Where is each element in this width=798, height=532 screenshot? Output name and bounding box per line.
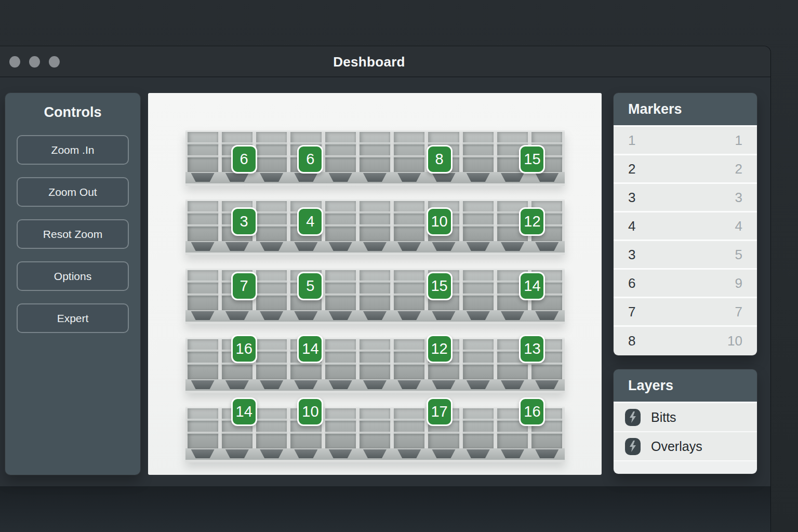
bin-icon [360, 310, 390, 322]
shelf-bin-strip [185, 241, 565, 252]
controls-button-resot-zoom[interactable]: Resot Zoom [17, 219, 129, 249]
bin-icon [497, 448, 528, 460]
marker-right-value: 7 [735, 304, 742, 320]
slot-badge[interactable]: 7 [231, 272, 257, 300]
bin-icon [531, 241, 562, 252]
shelf-slot [394, 339, 424, 379]
shelf-base [185, 322, 565, 324]
slot-badge[interactable]: 16 [519, 397, 545, 426]
shelf-row: 14101716 [185, 407, 565, 462]
bin-icon [531, 172, 562, 183]
bin-icon [497, 310, 528, 322]
marker-row[interactable]: 33 [614, 184, 757, 212]
bolt-icon [629, 441, 637, 452]
marker-right-value: 1 [735, 132, 742, 149]
slot-badge[interactable]: 10 [297, 397, 323, 426]
slot-badge[interactable]: 3 [231, 207, 257, 236]
shelf-slot [394, 408, 424, 448]
bin-icon [394, 241, 424, 252]
slot-badge[interactable]: 5 [297, 272, 323, 300]
layers-panel: Layers BittsOverlays [614, 369, 757, 474]
shelf-slot [463, 270, 494, 310]
shelf-slot [325, 339, 356, 379]
bin-icon [256, 448, 287, 460]
marker-row[interactable]: 35 [614, 241, 757, 270]
controls-button-zoom-in[interactable]: Zoom .In [17, 135, 129, 165]
shelf-slot [325, 270, 356, 310]
shelf-slot [188, 408, 218, 448]
marker-right-value: 2 [735, 161, 742, 177]
controls-button-list: Zoom .InZoom OutResot ZoomOptionsExpert [5, 135, 140, 333]
slot-badge[interactable]: 14 [231, 397, 257, 426]
slot-badge[interactable]: 17 [427, 397, 453, 426]
slot-badge[interactable]: 12 [427, 335, 453, 363]
shelf-slot [394, 132, 424, 172]
slot-badge[interactable]: 6 [297, 145, 323, 174]
bin-icon [428, 172, 459, 183]
layer-item-overlays[interactable]: Overlays [614, 432, 757, 461]
marker-left-value: 3 [628, 190, 635, 206]
bin-icon [325, 310, 356, 322]
marker-row[interactable]: 44 [614, 212, 757, 241]
window-content: Controls Zoom .InZoom OutResot ZoomOptio… [0, 77, 770, 486]
marker-row[interactable]: 810 [614, 327, 757, 355]
bin-icon [428, 241, 459, 252]
shelf-slot [188, 132, 218, 172]
shelf-slot [256, 408, 287, 448]
controls-button-options[interactable]: Options [17, 261, 129, 291]
marker-row[interactable]: 77 [614, 298, 757, 327]
slot-badge[interactable]: 15 [519, 145, 545, 174]
shelf-row: 16141213 [185, 338, 565, 393]
slot-badge[interactable]: 16 [231, 335, 257, 363]
bolt-icon [629, 411, 637, 423]
slot-badge[interactable]: 6 [231, 145, 257, 174]
marker-right-value: 4 [735, 218, 742, 234]
controls-panel: Controls Zoom .InZoom OutResot ZoomOptio… [5, 93, 140, 475]
shelf-base [185, 391, 565, 393]
marker-left-value: 2 [628, 161, 635, 177]
bin-icon [325, 448, 356, 460]
bin-icon [290, 241, 321, 252]
bin-icon [325, 379, 356, 391]
markers-panel-title: Markers [614, 93, 757, 127]
marker-row[interactable]: 69 [614, 270, 757, 298]
bin-icon [497, 379, 528, 391]
shelf-slot [360, 132, 390, 172]
shelf-slot [463, 408, 494, 448]
bin-icon [256, 379, 287, 391]
shelf-slot [256, 270, 287, 310]
shelf-slot [360, 201, 390, 241]
bin-icon [463, 448, 494, 460]
slot-badge[interactable]: 14 [297, 335, 323, 363]
shelf-row: 66815 [185, 130, 565, 186]
slot-badge[interactable]: 12 [519, 207, 545, 236]
marker-row[interactable]: 11 [614, 127, 757, 155]
bin-icon [394, 448, 424, 460]
controls-button-zoom-out[interactable]: Zoom Out [17, 177, 129, 207]
shelf-slot [394, 270, 424, 310]
slot-badge[interactable]: 10 [427, 207, 453, 236]
shelf-slot [256, 201, 287, 241]
controls-panel-title: Controls [5, 104, 140, 121]
bin-icon [497, 172, 528, 183]
bin-icon [394, 310, 424, 322]
slot-badge[interactable]: 14 [519, 272, 545, 300]
layer-item-bitts[interactable]: Bitts [614, 403, 757, 432]
shelf-slot [256, 132, 287, 172]
slot-badge[interactable]: 8 [427, 145, 453, 174]
slot-badge[interactable]: 4 [297, 207, 323, 236]
bin-icon [290, 379, 321, 391]
shelf-base [185, 252, 565, 255]
app-window: Deshboard Controls Zoom .InZoom OutResot… [0, 46, 771, 532]
marker-row[interactable]: 22 [614, 155, 757, 184]
shelf-slot [325, 132, 356, 172]
bin-icon [394, 379, 424, 391]
slot-badge[interactable]: 13 [519, 335, 545, 363]
marker-right-value: 10 [727, 333, 742, 349]
marker-left-value: 3 [628, 247, 635, 263]
shelf-slot [360, 408, 390, 448]
slot-badge[interactable]: 15 [427, 272, 453, 300]
controls-button-expert[interactable]: Expert [17, 303, 129, 333]
bin-icon [531, 310, 562, 322]
marker-left-value: 6 [628, 275, 635, 291]
